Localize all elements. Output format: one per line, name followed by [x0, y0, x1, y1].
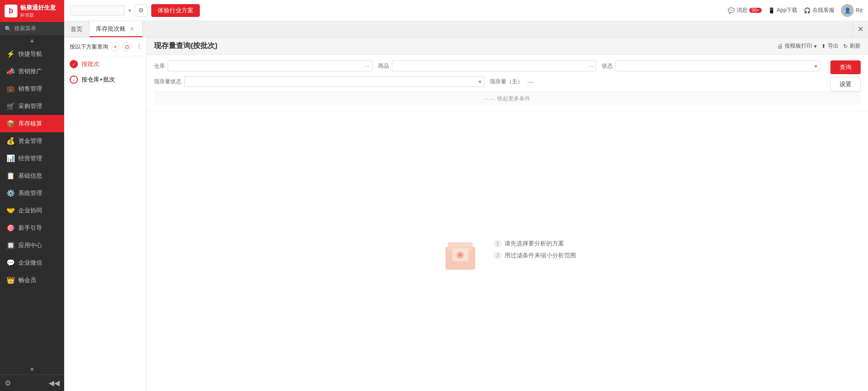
left-panel-title: 按以下方案查询	[70, 43, 108, 51]
sidebar: b 畅康通好生意 标准版 🔍 搜索菜单 ▲ ⚡ 快捷导航 📣 营销推广 💼 销售…	[0, 0, 64, 391]
sidebar-item-newbie[interactable]: 🎯 新手引导	[0, 219, 64, 237]
sidebar-item-label: 经营管理	[18, 154, 42, 163]
scheme-label-batch: 按批次	[82, 60, 99, 68]
nav-icon-app-center: 🔲	[6, 241, 15, 250]
sidebar-item-label: 新手引导	[18, 224, 42, 232]
sidebar-item-label: 基础信息	[18, 172, 42, 180]
sidebar-item-label: 销售管理	[18, 85, 42, 93]
message-icon: 💬	[728, 7, 735, 14]
topbar-settings-button[interactable]: ⚙	[135, 4, 148, 17]
breadcrumb-dropdown-icon[interactable]: ▾	[128, 7, 131, 14]
left-panel-header: 按以下方案查询 ＋ ⊙ 《	[64, 38, 146, 56]
sidebar-item-enterprise[interactable]: 🤝 企业协同	[0, 202, 64, 219]
scheme-icon-batch: ✓	[70, 60, 78, 68]
breadcrumb-input[interactable]	[70, 5, 125, 16]
status-select[interactable]	[615, 60, 820, 71]
scheme-item-warehouse-batch[interactable]: ○ 按仓库+批次	[64, 72, 146, 87]
sidebar-item-marketing[interactable]: 📣 营销推广	[0, 63, 64, 80]
sidebar-item-basic-info[interactable]: 📋 基础信息	[0, 167, 64, 185]
online-service-label: 在线客服	[813, 6, 835, 14]
collapse-left-panel-icon[interactable]: 《	[134, 43, 141, 51]
scheme-item-batch[interactable]: ✓ 按批次	[64, 56, 146, 72]
export-label: 导出	[828, 42, 839, 50]
query-button[interactable]: 查询	[830, 60, 861, 74]
print-icon: 🖨	[777, 43, 783, 49]
tabbar: 首页 库存批次账 ✕ ✕	[64, 21, 868, 38]
status-filter: 状态 ▾	[602, 60, 820, 71]
filter-row-1: 仓库 ··· 商品 ···	[154, 60, 820, 71]
page-content: 按以下方案查询 ＋ ⊙ 《 ✓ 按批次 ○ 按仓库+批次 现存量查询(按批次)	[64, 38, 868, 391]
sidebar-item-sales[interactable]: 💼 销售管理	[0, 80, 64, 98]
user-profile-button[interactable]: 👤 Rit	[841, 4, 863, 17]
sidebar-header: b 畅康通好生意 标准版	[0, 0, 64, 22]
scroll-down-arrow[interactable]: ▼	[0, 364, 64, 375]
phone-icon: 📱	[768, 7, 775, 14]
tab-inventory-batch[interactable]: 库存批次账 ✕	[89, 21, 143, 37]
export-button[interactable]: ⬆ 导出	[821, 42, 839, 50]
nav-icon-marketing: 📣	[6, 67, 15, 76]
topbar: ▾ ⚙ 体验行业方案 💬 消息 99+ 📱 App下载 🎧 在线客服 👤	[64, 0, 868, 21]
page-actions: 🖨 按模板打印 ▾ ⬆ 导出 ↻ 刷新	[777, 42, 861, 50]
inventory-qty-filter: 现存量（主） —	[490, 78, 820, 86]
filter-area: 仓库 ··· 商品 ···	[147, 55, 868, 111]
nav-icon-operations: 📊	[6, 154, 15, 163]
sidebar-item-quick-nav[interactable]: ⚡ 快捷导航	[0, 45, 64, 63]
trial-button[interactable]: 体验行业方案	[151, 4, 200, 17]
search-icon: 🔍	[5, 26, 11, 32]
print-label: 按模板打印	[785, 42, 812, 50]
inventory-qty-label: 现存量（主）	[490, 78, 523, 86]
messages-button[interactable]: 💬 消息 99+	[728, 6, 762, 14]
search-label: 搜索菜单	[14, 25, 36, 33]
warehouse-input[interactable]	[168, 60, 373, 71]
topbar-right: 💬 消息 99+ 📱 App下载 🎧 在线客服 👤 Rit	[728, 4, 863, 17]
status-label: 状态	[602, 62, 613, 70]
scheme-icon-warehouse-batch: ○	[70, 76, 78, 84]
tab-panel-close-button[interactable]: ✕	[852, 21, 868, 37]
sidebar-item-purchase[interactable]: 🛒 采购管理	[0, 98, 64, 115]
sidebar-item-member[interactable]: 👑 畅会员	[0, 272, 64, 289]
app-download-button[interactable]: 📱 App下载	[768, 6, 797, 14]
sidebar-item-operations[interactable]: 📊 经营管理	[0, 150, 64, 167]
scroll-up-arrow[interactable]: ▲	[0, 35, 64, 45]
goods-input[interactable]	[392, 60, 597, 71]
messages-label: 消息	[736, 6, 747, 14]
warehouse-label: 仓库	[154, 62, 165, 70]
sidebar-item-label: 库存核算	[18, 119, 42, 128]
filter-row-2: 现存量状态 ▾ 现存量（主） —	[154, 76, 820, 87]
goods-input-wrap: ···	[392, 60, 597, 71]
sidebar-item-inventory[interactable]: 📦 库存核算	[0, 115, 64, 132]
warehouse-input-wrap: ···	[168, 60, 373, 71]
collapse-bar[interactable]: ︿︿ 收起更多条件	[154, 92, 861, 105]
sidebar-item-label: 应用中心	[18, 241, 42, 250]
inventory-status-filter: 现存量状态 ▾	[154, 76, 484, 87]
tab-close-icon[interactable]: ✕	[128, 25, 136, 33]
sidebar-item-app-center[interactable]: 🔲 应用中心	[0, 237, 64, 254]
sidebar-item-label: 畅会员	[18, 276, 36, 284]
sidebar-item-wechat[interactable]: 💬 企业微信	[0, 254, 64, 272]
goods-dots-icon[interactable]: ···	[588, 62, 594, 70]
warehouse-dots-icon[interactable]: ···	[364, 62, 370, 70]
print-dropdown-icon[interactable]: ▾	[814, 43, 817, 49]
add-scheme-button[interactable]: ＋	[110, 42, 120, 51]
app-subtitle: 标准版	[20, 12, 56, 18]
settings-button[interactable]: 设置	[830, 77, 861, 92]
empty-text: 1 请先选择要分析的方案 2 用过滤条件来缩小分析范围	[494, 239, 576, 263]
nav-icon-basic: 📋	[6, 172, 15, 180]
goods-label: 商品	[378, 62, 389, 70]
inventory-status-select[interactable]	[184, 76, 484, 87]
export-icon: ⬆	[821, 43, 826, 49]
sidebar-item-label: 采购管理	[18, 102, 42, 110]
sidebar-item-label: 资金管理	[18, 137, 42, 145]
settings-footer-icon[interactable]: ⚙	[5, 379, 11, 387]
settings-scheme-button[interactable]: ⊙	[122, 42, 132, 51]
sidebar-search[interactable]: 🔍 搜索菜单	[0, 22, 64, 35]
collapse-sidebar-icon[interactable]: ◀◀	[49, 379, 60, 387]
tab-home[interactable]: 首页	[64, 21, 89, 37]
print-button[interactable]: 🖨 按模板打印 ▾	[777, 42, 817, 50]
sidebar-footer: ⚙ ◀◀	[0, 375, 64, 391]
sidebar-item-system[interactable]: ⚙️ 系统管理	[0, 185, 64, 202]
nav-icon-wechat: 💬	[6, 259, 15, 267]
refresh-button[interactable]: ↻ 刷新	[843, 42, 861, 50]
sidebar-item-finance[interactable]: 💰 资金管理	[0, 132, 64, 150]
online-service-button[interactable]: 🎧 在线客服	[804, 6, 835, 14]
